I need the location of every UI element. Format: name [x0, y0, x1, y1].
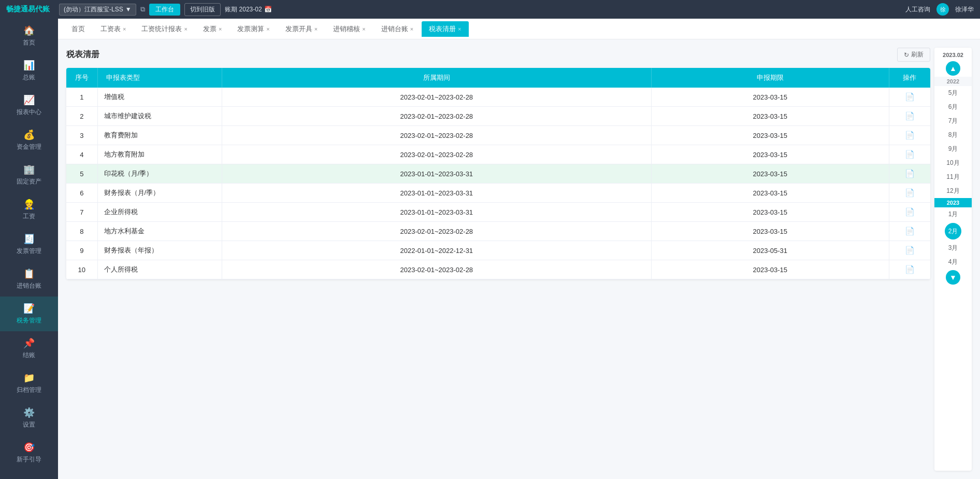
year-2023-label: 2023: [934, 198, 972, 207]
timeline-month-2023-01[interactable]: 1月: [934, 207, 972, 221]
timeline-month-2022-12[interactable]: 12月: [934, 184, 972, 198]
tab-label: 工资统计报表: [141, 24, 182, 34]
tab-close-icon[interactable]: ×: [362, 26, 365, 32]
col-type: 申报表类型: [97, 68, 222, 88]
cell-seq: 9: [66, 241, 97, 260]
ai-consult[interactable]: 人工咨询: [905, 5, 930, 14]
sidebar-item-purchases[interactable]: 📋 进销台账: [0, 262, 58, 297]
tab-close-icon[interactable]: ×: [123, 26, 126, 32]
sidebar-item-assets[interactable]: 🏢 固定资产: [0, 158, 58, 192]
sidebar-item-label: 总账: [23, 73, 35, 82]
cell-action: 📄: [889, 145, 930, 164]
switch-version-button[interactable]: 切到旧版: [184, 3, 221, 16]
table-row: 9 财务报表（年报） 2022-01-01~2022-12-31 2023-05…: [66, 241, 930, 260]
timeline-month-2023-04[interactable]: 4月: [934, 255, 972, 269]
sidebar-item-ledger[interactable]: 📊 总账: [0, 53, 58, 88]
timeline-month-2022-07[interactable]: 7月: [934, 114, 972, 128]
cell-action: 📄: [889, 164, 930, 184]
tab-close-icon[interactable]: ×: [184, 26, 187, 32]
cell-type: 地方教育附加: [97, 145, 222, 164]
tab-invoice[interactable]: 发票 ×: [196, 21, 229, 37]
tab-close-icon[interactable]: ×: [266, 26, 269, 32]
document-icon[interactable]: 📄: [905, 188, 915, 197]
cell-period: 2023-01-01~2023-03-31: [222, 164, 652, 184]
document-icon[interactable]: 📄: [905, 207, 915, 216]
sidebar-item-invoice[interactable]: 🧾 发票管理: [0, 227, 58, 262]
sidebar-item-closing[interactable]: 📌 结账: [0, 331, 58, 366]
sidebar-item-settings[interactable]: ⚙️ 设置: [0, 401, 58, 435]
tab-close-icon[interactable]: ×: [458, 26, 461, 32]
tab-salary-table[interactable]: 工资表 ×: [93, 21, 133, 37]
cell-deadline: 2023-03-15: [652, 88, 889, 107]
table-row: 6 财务报表（月/季） 2023-01-01~2023-03-31 2023-0…: [66, 184, 930, 203]
tab-label: 工资表: [100, 24, 121, 34]
sidebar: 🏠 首页 📊 总账 📈 报表中心 💰 资金管理 🏢 固定资产 👷 工资 🧾 发票…: [0, 19, 58, 479]
col-seq: 序号: [66, 68, 97, 88]
tab-invoice-issue[interactable]: 发票开具 ×: [278, 21, 325, 37]
sidebar-item-member[interactable]: ♦ 畅会员: [0, 470, 58, 479]
document-icon[interactable]: 📄: [905, 246, 915, 255]
document-icon[interactable]: 📄: [905, 131, 915, 139]
sidebar-item-label: 固定资产: [17, 177, 41, 186]
timeline-month-2022-06[interactable]: 6月: [934, 100, 972, 114]
cell-type: 财务报表（年报）: [97, 241, 222, 260]
calendar-icon[interactable]: 📅: [264, 6, 272, 13]
tab-purchase-ledger[interactable]: 进销台账 ×: [374, 21, 421, 37]
timeline-down-button[interactable]: ▼: [946, 270, 960, 285]
sidebar-item-archive[interactable]: 📁 归档管理: [0, 366, 58, 401]
document-icon[interactable]: 📄: [905, 150, 915, 159]
cell-deadline: 2023-03-15: [652, 126, 889, 145]
timeline-up-button[interactable]: ▲: [946, 61, 960, 76]
timeline-month-2022-09[interactable]: 9月: [934, 142, 972, 156]
document-icon[interactable]: 📄: [905, 92, 915, 101]
timeline-month-2022-05[interactable]: 5月: [934, 86, 972, 100]
tab-close-icon[interactable]: ×: [410, 26, 413, 32]
sidebar-item-label: 发票管理: [17, 247, 41, 256]
sidebar-item-salary[interactable]: 👷 工资: [0, 192, 58, 227]
content-area: 首页 工资表 × 工资统计报表 × 发票 × 发票测算 × 发票开具 ×: [58, 19, 980, 479]
timeline-month-2023-02-active[interactable]: 2月: [945, 223, 961, 240]
document-icon[interactable]: 📄: [905, 265, 915, 274]
sidebar-item-funds[interactable]: 💰 资金管理: [0, 123, 58, 158]
timeline-month-2022-10[interactable]: 10月: [934, 156, 972, 170]
timeline-month-2022-08[interactable]: 8月: [934, 128, 972, 142]
sidebar-item-guide[interactable]: 🎯 新手引导: [0, 435, 58, 470]
sidebar-item-label: 资金管理: [17, 143, 41, 151]
table-row: 10 个人所得税 2023-02-01~2023-02-28 2023-03-1…: [66, 260, 930, 279]
tab-invoice-calc[interactable]: 发票测算 ×: [230, 21, 277, 37]
refresh-button[interactable]: ↻ 刷新: [897, 48, 930, 62]
tab-salary-stats[interactable]: 工资统计报表 ×: [134, 21, 194, 37]
copy-icon[interactable]: ⧉: [140, 5, 145, 13]
sidebar-item-label: 进销台账: [17, 281, 41, 290]
tab-home[interactable]: 首页: [64, 21, 92, 37]
workspace-button[interactable]: 工作台: [149, 4, 180, 16]
tax-table: 序号 申报表类型 所属期间 申报期限 操作 1 增值税 2023-02-01~2…: [66, 68, 930, 279]
company-selector[interactable]: (勿动）江西服宝-LSS ▼: [59, 4, 136, 16]
cell-period: 2023-02-01~2023-02-28: [222, 126, 652, 145]
cell-action: 📄: [889, 126, 930, 145]
timeline-month-2023-03[interactable]: 3月: [934, 241, 972, 255]
cell-deadline: 2023-05-31: [652, 241, 889, 260]
tab-tax-register[interactable]: 税表清册 ×: [422, 21, 468, 37]
home-icon: 🏠: [23, 25, 35, 36]
cell-action: 📄: [889, 222, 930, 241]
sidebar-item-reports[interactable]: 📈 报表中心: [0, 88, 58, 123]
tab-label: 发票开具: [285, 24, 312, 34]
document-icon[interactable]: 📄: [905, 169, 915, 178]
tab-close-icon[interactable]: ×: [314, 26, 318, 32]
tab-purchase-audit[interactable]: 进销稽核 ×: [326, 21, 372, 37]
sidebar-item-tax[interactable]: 📝 税务管理: [0, 297, 58, 331]
document-icon[interactable]: 📄: [905, 227, 915, 235]
cell-seq: 10: [66, 260, 97, 279]
col-period: 所属期间: [222, 68, 652, 88]
document-icon[interactable]: 📄: [905, 111, 915, 120]
tab-close-icon[interactable]: ×: [219, 26, 222, 32]
cell-type: 地方水利基金: [97, 222, 222, 241]
assets-icon: 🏢: [23, 164, 35, 175]
app-logo: 畅捷通易代账: [6, 5, 50, 14]
col-action: 操作: [889, 68, 930, 88]
timeline-month-2022-11[interactable]: 11月: [934, 170, 972, 184]
main-panel: 税表清册 ↻ 刷新 序号 申报表类型 所属期间 申报期限 操作: [66, 48, 930, 471]
sidebar-item-home[interactable]: 🏠 首页: [0, 19, 58, 53]
sidebar-item-label: 报表中心: [17, 108, 41, 117]
